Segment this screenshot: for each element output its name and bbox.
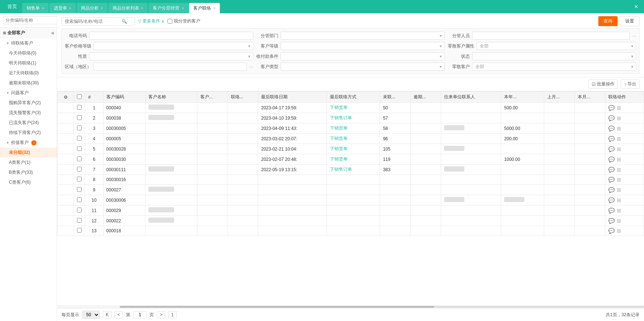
retail-attr-select[interactable]: 全部 bbox=[476, 42, 636, 50]
message-icon[interactable]: 💬 bbox=[608, 177, 615, 183]
row-select-checkbox[interactable] bbox=[77, 218, 82, 223]
row-method-link[interactable]: 下销货单 bbox=[330, 156, 348, 162]
horizontal-scrollbar-thumb[interactable] bbox=[120, 306, 434, 308]
row-select-checkbox[interactable] bbox=[77, 146, 82, 151]
sidebar-item-churn-warning[interactable]: 流失预警客户(3) bbox=[0, 108, 57, 118]
grid-action-icon[interactable]: ⊞ bbox=[617, 218, 621, 224]
row-select-checkbox[interactable] bbox=[77, 228, 82, 233]
tab-customer-contact[interactable]: 客户联络 × bbox=[189, 3, 220, 13]
all-customers-header[interactable]: ⊞ 全部客户 ◀ bbox=[0, 28, 57, 38]
row-method-link[interactable]: 下销货单 bbox=[330, 126, 348, 131]
close-product-analysis-list-tab[interactable]: × bbox=[141, 6, 144, 10]
row-select-checkbox[interactable] bbox=[77, 197, 82, 202]
grid-action-icon[interactable]: ⊞ bbox=[617, 177, 621, 183]
message-icon[interactable]: 💬 bbox=[608, 115, 615, 121]
filter-search-input[interactable] bbox=[65, 19, 120, 24]
th-settings[interactable]: ⚙ bbox=[57, 92, 74, 103]
row-select-checkbox[interactable] bbox=[77, 208, 82, 212]
page-size-select[interactable]: 50 bbox=[82, 311, 100, 319]
grid-action-icon[interactable]: ⊞ bbox=[617, 126, 621, 131]
next-page-btn[interactable]: > bbox=[157, 311, 165, 318]
message-icon[interactable]: 💬 bbox=[608, 146, 615, 152]
row-last-method[interactable] bbox=[327, 175, 380, 185]
row-last-method[interactable]: 下销货单 bbox=[327, 103, 380, 113]
search-button[interactable]: 查询 bbox=[598, 16, 617, 26]
row-actions[interactable]: 💬⊞ bbox=[605, 216, 644, 226]
row-gear[interactable] bbox=[57, 123, 74, 134]
grid-action-icon[interactable]: ⊞ bbox=[617, 167, 621, 173]
sidebar-item-a-class[interactable]: A类客户(1) bbox=[0, 158, 57, 167]
row-gear[interactable] bbox=[57, 134, 74, 144]
grid-action-icon[interactable]: ⊞ bbox=[617, 197, 621, 203]
export-btn[interactable]: ↑ 导出 bbox=[621, 80, 640, 89]
row-select-checkbox[interactable] bbox=[77, 136, 82, 141]
row-method-link[interactable]: 下销售订单 bbox=[330, 167, 352, 172]
row-gear[interactable] bbox=[57, 195, 74, 205]
row-method-link[interactable]: 下销售订单 bbox=[330, 115, 352, 120]
row-gear[interactable] bbox=[57, 165, 74, 175]
close-customer-segment-tab[interactable]: × bbox=[182, 6, 184, 10]
grid-action-icon[interactable]: ⊞ bbox=[617, 208, 621, 214]
row-last-method[interactable]: 下销货单 bbox=[327, 144, 380, 154]
message-icon[interactable]: 💬 bbox=[608, 156, 615, 162]
row-actions[interactable]: 💬⊞ bbox=[605, 165, 644, 175]
sidebar-item-churned[interactable]: 已流失客户(24) bbox=[0, 118, 57, 128]
message-icon[interactable]: 💬 bbox=[608, 208, 615, 214]
phone-input[interactable] bbox=[89, 32, 253, 40]
sidebar-item-today[interactable]: 今天待联络(0) bbox=[0, 48, 57, 58]
last-page-btn[interactable]: 1 bbox=[168, 311, 177, 318]
row-actions[interactable]: 💬⊞ bbox=[605, 185, 644, 195]
row-last-method[interactable]: 下销货单 bbox=[327, 123, 380, 134]
row-gear[interactable] bbox=[57, 175, 74, 185]
row-actions[interactable]: 💬⊞ bbox=[605, 144, 644, 154]
customer-level-select[interactable] bbox=[281, 42, 445, 50]
sidebar-search-input[interactable] bbox=[3, 16, 57, 24]
row-gear[interactable] bbox=[57, 154, 74, 165]
message-icon[interactable]: 💬 bbox=[608, 218, 615, 224]
row-select-checkbox[interactable] bbox=[77, 115, 82, 120]
row-gear[interactable] bbox=[57, 226, 74, 236]
nature-select[interactable] bbox=[89, 52, 253, 60]
region-input[interactable] bbox=[94, 63, 247, 71]
payment-select[interactable] bbox=[281, 52, 445, 60]
row-method-link[interactable]: 下销货单 bbox=[330, 136, 348, 141]
row-last-method[interactable]: 下销售订单 bbox=[327, 165, 380, 175]
tab-purchase[interactable]: 进货单 × bbox=[49, 3, 76, 13]
more-conditions-btn[interactable]: ▽ 更多条件 ∧ bbox=[138, 18, 165, 24]
grid-action-icon[interactable]: ⊞ bbox=[617, 115, 621, 121]
row-checkbox[interactable] bbox=[74, 216, 85, 226]
sidebar-item-ungroups[interactable]: 未分组(32) bbox=[0, 148, 57, 158]
row-checkbox[interactable] bbox=[74, 205, 85, 216]
row-method-link[interactable]: 下销货单 bbox=[330, 146, 348, 151]
row-checkbox[interactable] bbox=[74, 103, 85, 113]
row-last-method[interactable]: 下销货单 bbox=[327, 134, 380, 144]
message-icon[interactable]: 💬 bbox=[608, 136, 615, 142]
row-last-method[interactable] bbox=[327, 226, 380, 236]
row-last-method[interactable] bbox=[327, 216, 380, 226]
department-select[interactable] bbox=[281, 32, 445, 40]
batch-operations-btn[interactable]: ☑ 批量操作 bbox=[588, 80, 618, 89]
row-actions[interactable]: 💬⊞ bbox=[605, 175, 644, 185]
row-actions[interactable]: 💬⊞ bbox=[605, 205, 644, 216]
tab-customer-segment[interactable]: 客户分层经营 × bbox=[148, 3, 188, 13]
message-icon[interactable]: 💬 bbox=[608, 187, 615, 193]
first-page-btn[interactable]: K bbox=[103, 311, 112, 318]
row-select-checkbox[interactable] bbox=[77, 187, 82, 192]
row-select-checkbox[interactable] bbox=[77, 126, 82, 130]
close-product-analysis-tab[interactable]: × bbox=[101, 6, 103, 10]
pending-group-label[interactable]: ▼ 待联络客户 bbox=[0, 38, 57, 48]
row-last-method[interactable] bbox=[327, 205, 380, 216]
row-actions[interactable]: 💬⊞ bbox=[605, 123, 644, 134]
row-checkbox[interactable] bbox=[74, 123, 85, 134]
my-customers-filter[interactable]: 我分管的客户 bbox=[168, 18, 200, 24]
row-gear[interactable] bbox=[57, 103, 74, 113]
sidebar-item-tomorrow[interactable]: 明天待联络(1) bbox=[0, 58, 57, 68]
row-checkbox[interactable] bbox=[74, 185, 85, 195]
region-dots[interactable]: ··· bbox=[249, 64, 253, 70]
sidebar-item-c-class[interactable]: C类客户(6) bbox=[0, 177, 57, 187]
row-select-checkbox[interactable] bbox=[77, 156, 82, 161]
row-checkbox[interactable] bbox=[74, 175, 85, 185]
message-icon[interactable]: 💬 bbox=[608, 228, 615, 234]
grid-action-icon[interactable]: ⊞ bbox=[617, 187, 621, 193]
sidebar-item-abnormal[interactable]: 囤购异常客户(2) bbox=[0, 98, 57, 108]
